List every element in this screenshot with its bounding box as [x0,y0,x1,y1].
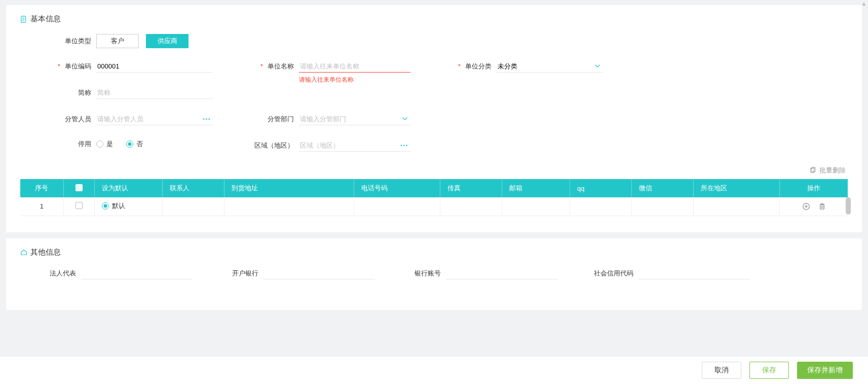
footer-actions: 取消 保存 保存并新增 [0,356,868,357]
label-manager: 分管人员 [41,115,96,124]
cell-address[interactable] [224,197,354,216]
th-ops: 操作 [780,179,848,197]
unit-category-select[interactable] [497,60,603,73]
panel-basic-info: 基本信息 单位类型 客户 供应商 单位编码 [6,5,862,232]
cell-wechat[interactable] [631,197,693,216]
th-set-default: 设为默认 [94,179,162,197]
th-phone: 电话号码 [354,179,440,197]
label-bank-account: 银行账号 [405,269,446,278]
th-contact: 联系人 [162,179,224,197]
unit-type-supplier-button[interactable]: 供应商 [146,34,188,48]
svg-rect-9 [820,205,824,209]
th-address: 到货地址 [224,179,354,197]
label-region: 区域（地区） [243,141,299,150]
disable-no-label: 否 [136,139,143,149]
cell-fax[interactable] [440,197,502,216]
batch-delete-button[interactable]: 批量删除 [819,166,846,175]
cell-email[interactable] [502,197,570,216]
panel-title-basic: 基本信息 [30,14,61,24]
label-department: 分管部门 [243,115,299,124]
unit-type-customer-button[interactable]: 客户 [96,34,139,48]
add-row-icon[interactable] [802,202,810,211]
label-credit-code: 社会信用代码 [588,269,638,278]
th-fax: 传真 [440,179,502,197]
row-default-label: 默认 [112,201,125,211]
panel-other-info: 其他信息 法人代表 开户银行 银行账号 社会信用代码 [6,238,862,310]
label-unit-name: 单位名称 [243,62,299,71]
cell-phone[interactable] [354,197,440,216]
unit-code-input[interactable] [96,60,213,73]
unit-name-error: 请输入往来单位名称 [299,76,354,84]
region-input[interactable] [299,139,410,152]
house-icon [20,249,27,256]
manager-input[interactable] [96,113,213,125]
scroll-top-icon[interactable]: ▲ [860,0,868,7]
bank-input[interactable] [263,267,375,280]
doc-icon [20,16,27,23]
credit-code-input[interactable] [638,267,750,280]
delete-row-icon[interactable] [818,202,826,210]
unit-name-input[interactable] [299,60,410,73]
cell-index: 1 [20,197,63,216]
label-bank: 开户银行 [223,269,263,278]
label-short-name: 简称 [41,88,96,97]
row-default-radio[interactable]: 默认 [102,201,125,211]
cell-location[interactable] [693,197,780,216]
disable-no-radio[interactable]: 否 [126,139,143,149]
bank-account-input[interactable] [446,267,557,280]
label-disable: 停用 [41,139,96,149]
th-location: 所在地区 [693,179,780,197]
table-scrollbar[interactable] [846,197,851,215]
th-wechat: 微信 [631,179,693,197]
th-email: 邮箱 [502,179,570,197]
th-index: 序号 [20,179,63,197]
copy-icon [809,167,816,174]
cell-contact[interactable] [162,197,224,216]
department-select[interactable] [299,113,410,125]
contacts-table: 序号 设为默认 联系人 到货地址 电话号码 传真 邮箱 qq 微信 所在地区 操… [20,179,848,216]
th-qq: qq [570,179,632,197]
th-select-all[interactable] [63,179,94,197]
label-unit-category: 单位分类 [441,62,497,71]
legal-rep-input[interactable] [81,267,193,280]
cell-qq[interactable] [570,197,632,216]
disable-yes-label: 是 [106,139,113,149]
label-unit-code: 单位编码 [41,62,96,71]
label-unit-type: 单位类型 [41,37,96,46]
panel-title-other: 其他信息 [30,248,61,257]
table-row: 1 默认 [20,197,848,216]
row-checkbox[interactable] [63,197,94,216]
label-legal-rep: 法人代表 [41,269,81,278]
short-name-input[interactable] [96,87,213,99]
disable-yes-radio[interactable]: 是 [96,139,113,149]
